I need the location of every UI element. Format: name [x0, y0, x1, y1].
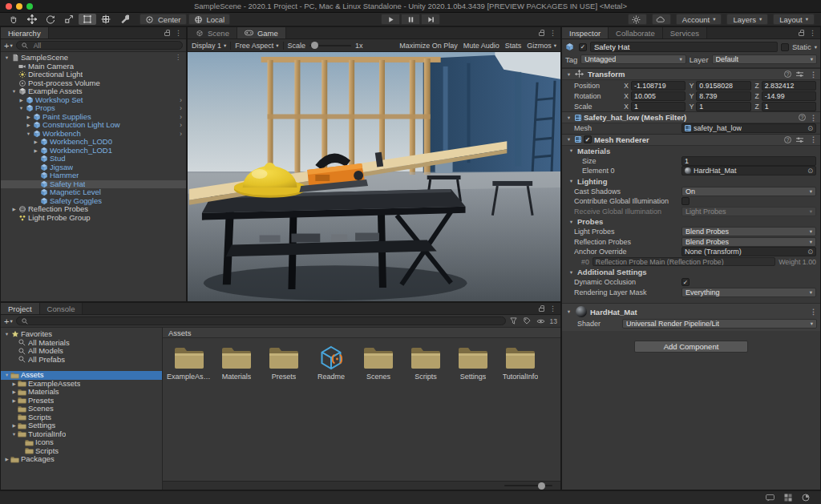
component-menu-icon[interactable]: ⋮	[810, 71, 817, 79]
hierarchy-item-reflection-probes[interactable]: ▶Reflection Probes	[1, 205, 186, 214]
add-component-button[interactable]: Add Component	[634, 341, 748, 353]
layout-dropdown[interactable]: Layout▾	[773, 14, 815, 25]
asset-scenes[interactable]: Scenes	[355, 345, 402, 381]
hierarchy-item-magnetic-level[interactable]: Magnetic Level	[1, 188, 186, 197]
pause-button[interactable]	[401, 14, 420, 25]
mesh-filter-component-header[interactable]: ▼ Safety_hat_low (Mesh Filter) ? ⋮	[562, 111, 820, 123]
hierarchy-item-workshop-set[interactable]: ▶Workshop Set›	[1, 96, 186, 105]
position-z-field[interactable]: 2.832412	[762, 81, 816, 91]
layers-dropdown[interactable]: Layers▾	[726, 14, 768, 25]
component-menu-icon[interactable]: ⋮	[810, 114, 817, 122]
presets-icon[interactable]	[795, 71, 804, 79]
object-picker-icon[interactable]: ⊙	[807, 167, 813, 175]
object-name-field[interactable]: Safety Hat	[590, 42, 778, 52]
rotation-x-field[interactable]: 10.005	[631, 91, 686, 101]
rotate-tool-button[interactable]	[42, 14, 59, 25]
zoom-window-button[interactable]	[26, 3, 33, 10]
project-item-presets[interactable]: ▶Presets	[1, 397, 162, 405]
position-y-field[interactable]: 0.9158028	[696, 81, 750, 91]
custom-tool-button[interactable]	[115, 14, 133, 25]
element0-material-field[interactable]: HardHat_Mat ⊙	[681, 166, 816, 175]
console-message-icon[interactable]	[766, 494, 774, 502]
open-prefab-chevron-icon[interactable]: ›	[180, 96, 184, 104]
account-dropdown[interactable]: Account▾	[676, 14, 722, 25]
gizmos-dropdown[interactable]: Gizmos▾	[527, 42, 556, 50]
project-item-exampleassets[interactable]: ▶ExampleAssets	[1, 380, 162, 389]
asset-settings[interactable]: Settings	[450, 345, 496, 381]
hierarchy-item-post-process-volume[interactable]: Post-process Volume	[1, 79, 186, 88]
panel-menu-icon[interactable]: ⋮	[809, 29, 816, 37]
foldout-closed-icon[interactable]: ▶	[10, 380, 18, 388]
hierarchy-item-safety-hat[interactable]: Safety Hat	[1, 180, 186, 189]
hierarchy-item-hammer[interactable]: Hammer	[1, 171, 186, 180]
hierarchy-item-workbench[interactable]: ▼Workbench›	[1, 130, 186, 139]
scale-slider-knob[interactable]	[311, 42, 318, 49]
help-icon[interactable]: ?	[784, 136, 791, 143]
minimize-window-button[interactable]	[16, 3, 22, 10]
tag-dropdown[interactable]: Untagged▾	[580, 54, 686, 64]
tab-collaborate[interactable]: Collaborate	[609, 27, 663, 38]
foldout-closed-icon[interactable]: ▶	[32, 147, 39, 155]
hierarchy-item-main-camera[interactable]: Main Camera	[1, 62, 186, 71]
maximize-on-play-toggle[interactable]: Maximize On Play	[399, 42, 458, 50]
transform-tool-button[interactable]	[97, 14, 115, 25]
rendering-layer-mask-dropdown[interactable]: Everything▾	[681, 288, 816, 297]
rotation-z-field[interactable]: -14.99	[762, 91, 816, 101]
materials-foldout[interactable]: ▼Materials	[562, 146, 820, 156]
foldout-open-icon[interactable]: ▼	[565, 115, 572, 120]
play-button[interactable]	[381, 14, 400, 25]
panel-menu-icon[interactable]: ⋮	[549, 304, 556, 312]
project-item-packages[interactable]: ▶Packages	[1, 455, 162, 464]
search-by-type-icon[interactable]	[509, 317, 518, 325]
asset-tutorialinfo[interactable]: TutorialInfo	[497, 345, 544, 381]
tab-game[interactable]: Game	[237, 27, 286, 38]
zoom-slider-knob[interactable]	[538, 482, 545, 490]
object-picker-icon[interactable]: ⊙	[807, 124, 813, 132]
mute-audio-toggle[interactable]: Mute Audio	[463, 42, 499, 50]
tab-console[interactable]: Console	[40, 303, 83, 314]
cast-shadows-dropdown[interactable]: On▾	[681, 187, 816, 196]
lock-icon[interactable]	[539, 32, 544, 36]
contribute-gi-checkbox[interactable]	[681, 197, 690, 205]
tab-project[interactable]: Project	[1, 303, 40, 314]
tab-hierarchy[interactable]: Hierarchy	[1, 27, 49, 38]
open-prefab-chevron-icon[interactable]: ›	[180, 104, 184, 112]
hierarchy-item-workbench-lod1[interactable]: ▶Workbench_LOD1	[1, 147, 186, 155]
open-prefab-chevron-icon[interactable]: ›	[180, 130, 184, 138]
project-item-favorites[interactable]: ▼Favorites	[1, 330, 162, 339]
foldout-closed-icon[interactable]: ▶	[10, 205, 18, 213]
scale-x-field[interactable]: 1	[631, 102, 686, 111]
help-icon[interactable]: ?	[784, 71, 791, 78]
thumbnail-zoom-slider[interactable]	[504, 485, 552, 486]
asset-exampleassets[interactable]: ExampleAssets	[166, 345, 212, 381]
stats-toggle[interactable]: Stats	[505, 42, 522, 50]
transform-component-header[interactable]: ▼ Transform ? ⋮	[562, 68, 820, 80]
additional-settings-foldout[interactable]: ▼Additional Settings	[562, 267, 820, 277]
project-item-icons[interactable]: Icons	[1, 438, 162, 447]
project-item-settings[interactable]: ▶Settings	[1, 421, 162, 430]
project-item-scenes[interactable]: Scenes	[1, 405, 162, 413]
foldout-closed-icon[interactable]: ▶	[3, 455, 10, 463]
scale-z-field[interactable]: 1	[762, 102, 816, 111]
aspect-dropdown[interactable]: Free Aspect▾	[235, 42, 278, 50]
asset-scripts[interactable]: Scripts	[402, 345, 449, 381]
foldout-open-icon[interactable]: ▼	[3, 54, 10, 62]
tab-services[interactable]: Services	[663, 27, 707, 38]
layer-dropdown[interactable]: Default▾	[712, 54, 817, 64]
project-item-all-materials[interactable]: All Materials	[1, 339, 162, 348]
panel-menu-icon[interactable]: ⋮	[549, 29, 556, 37]
project-search-input[interactable]	[16, 317, 506, 325]
presets-icon[interactable]	[795, 135, 804, 143]
foldout-closed-icon[interactable]: ▶	[10, 397, 18, 405]
hierarchy-item-safety-goggles[interactable]: Safety Goggles	[1, 197, 186, 206]
rotation-y-field[interactable]: 8.739	[696, 91, 750, 101]
component-menu-icon[interactable]: ⋮	[810, 135, 817, 143]
project-item-scripts[interactable]: Scripts	[1, 447, 162, 456]
static-checkbox[interactable]	[781, 43, 789, 51]
scale-tool-button[interactable]	[60, 14, 78, 25]
mesh-renderer-component-header[interactable]: ▼ Mesh Renderer ? ⋮	[562, 134, 820, 146]
create-asset-button[interactable]: +▾	[4, 317, 13, 325]
hidden-packages-eye-icon[interactable]	[536, 317, 545, 325]
cache-server-icon[interactable]	[783, 494, 792, 502]
lock-icon[interactable]	[799, 32, 804, 36]
